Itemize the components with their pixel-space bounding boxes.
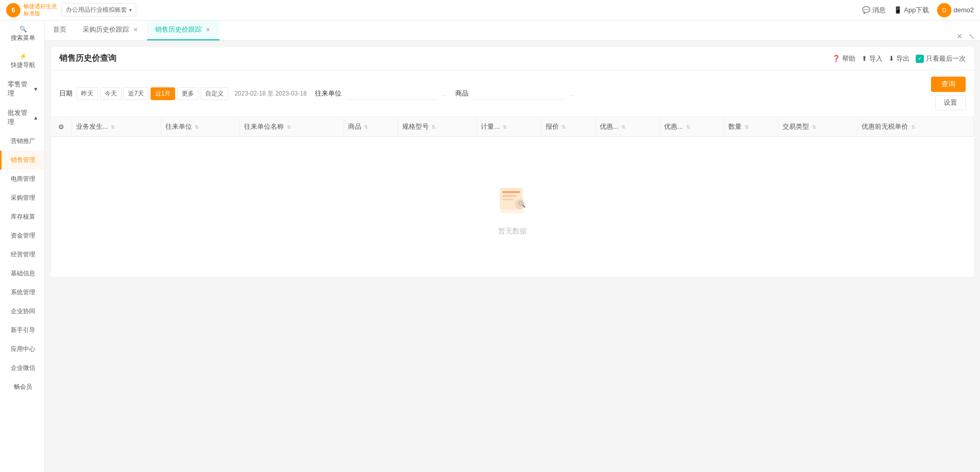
company-selector[interactable]: 办公用品行业模拟账套 ▾ [61,3,136,17]
sidebar-item-cooperation[interactable]: 企业协同 [0,302,44,321]
col-gear: ⚙ [51,117,71,137]
only-last-checkbox[interactable]: ✓ 只看最后一次 [916,54,966,63]
sidebar-item-finance[interactable]: 资金管理 [0,226,44,245]
partner-input[interactable] [346,87,437,100]
sidebar-item-inventory[interactable]: 库存核算 [0,207,44,226]
tab-purchase-history[interactable]: 采购历史价跟踪 ✕ [75,20,147,40]
maximize-window-btn[interactable]: ⤡ [968,32,976,40]
sidebar-item-marketing[interactable]: 营销推广 [0,132,44,151]
wechat-label: 企业微信 [11,364,35,372]
date-range-display: 2023-02-18 至 2023-03-18 [234,89,306,98]
tab-actions: ✕ ⤡ [955,32,980,40]
sidebar-item-retail[interactable]: 零售管理 ▼ [0,75,44,103]
date-btn-today[interactable]: 今天 [100,87,121,100]
date-btn-more[interactable]: 更多 [177,87,199,100]
sort-icon-pretax[interactable]: ⇅ [911,124,915,130]
tab-purchase-label: 采购历史价跟踪 [83,25,129,34]
sort-icon-product[interactable]: ⇅ [364,124,368,130]
sort-icon-trade[interactable]: ⇅ [812,124,816,130]
col-quote: 报价 ⇅ [541,117,595,137]
sidebar-item-system[interactable]: 系统管理 [0,283,44,302]
avatar: D [937,3,951,17]
sidebar-item-wechat[interactable]: 企业微信 [0,359,44,377]
tab-home-label: 首页 [53,25,66,34]
date-label: 日期 [59,89,72,98]
sidebar-item-wholesale[interactable]: 批发管理 ▲ [0,103,44,132]
import-btn[interactable]: ⬆ 导入 [862,54,883,63]
col-product: 商品 ⇅ [344,117,398,137]
user-action[interactable]: D demo2 [937,3,974,17]
top-header: 6 畅捷通好生意 标准版 办公用品行业模拟账套 ▾ 💬 消息 📱 App下载 D… [0,0,980,20]
tab-home[interactable]: 首页 [45,20,75,40]
content-area: 首页 采购历史价跟踪 ✕ 销售历史价跟踪 ✕ ✕ ⤡ 销售历史价查询 [45,20,980,472]
message-icon: 💬 [862,6,870,14]
export-btn[interactable]: ⬇ 导出 [889,54,910,63]
settings-button[interactable]: 设置 [935,95,966,110]
export-icon: ⬇ [889,55,894,62]
date-btn-1month[interactable]: 近1月 [151,87,176,100]
sidebar-item-sales[interactable]: 销售管理 [0,151,44,170]
help-label: 帮助 [842,54,855,63]
wholesale-label: 批发管理 [8,108,32,127]
sort-icon-partner-name[interactable]: ⇅ [287,124,291,130]
col-pretax-price: 优惠前无税单价 ⇅ [857,117,974,137]
cooperation-label: 企业协同 [11,307,35,316]
retail-label: 零售管理 [8,80,32,98]
sidebar-item-ecommerce[interactable]: 电商管理 [0,170,44,188]
sort-icon-discount2[interactable]: ⇅ [686,124,690,130]
help-btn[interactable]: ❓ 帮助 [832,54,855,63]
sort-icon-discount1[interactable]: ⇅ [621,124,625,130]
sidebar-item-operation[interactable]: 经营管理 [0,245,44,264]
empty-text: 暂无数据 [498,227,527,236]
close-window-btn[interactable]: ✕ [955,32,964,40]
sort-icon-quantity[interactable]: ⇅ [745,124,749,130]
tab-sales-close[interactable]: ✕ [205,26,211,34]
product-input[interactable] [473,87,565,100]
sort-icon-unit[interactable]: ⇅ [503,124,507,130]
sort-icon-biz[interactable]: ⇅ [111,124,115,130]
date-btn-custom[interactable]: 自定义 [201,87,228,100]
sidebar-item-basic[interactable]: 基础信息 [0,264,44,283]
app-download-action[interactable]: 📱 App下载 [894,6,929,15]
chevron-down-icon: ▼ [33,86,38,92]
product-label: 商品 [455,89,469,98]
import-label: 导入 [869,54,883,63]
sidebar-item-search[interactable]: 🔍 搜索菜单 [0,20,44,48]
logo-area: 6 畅捷通好生意 标准版 [6,3,57,17]
col-discount2-label: 优惠... [664,123,683,130]
sort-icon-partner[interactable]: ⇅ [194,124,199,130]
search-icon: 🔍 [19,26,27,33]
tab-sales-history[interactable]: 销售历史价跟踪 ✕ [147,20,219,40]
only-last-label: 只看最后一次 [926,54,966,63]
basic-label: 基础信息 [11,269,35,278]
gear-icon[interactable]: ⚙ [58,123,64,131]
purchase-label: 采购管理 [11,194,35,202]
guide-label: 新手引导 [11,326,35,335]
logo-text: 畅捷通好生意 标准版 [23,3,57,16]
svg-rect-2 [502,191,520,193]
ecommerce-label: 电商管理 [11,175,35,183]
message-action[interactable]: 💬 消息 [862,6,886,15]
sidebar-item-guide[interactable]: 新手引导 [0,321,44,340]
sort-icon-spec[interactable]: ⇅ [431,124,435,130]
tab-sales-label: 销售历史价跟踪 [155,25,202,34]
col-discount2: 优惠... ⇅ [660,117,724,137]
sidebar-item-member[interactable]: 畅会员 [0,377,44,396]
col-partner-code-label: 往来单位 [165,123,192,130]
query-button[interactable]: 查询 [931,77,966,92]
date-buttons: 昨天 今天 近7天 近1月 更多 自定义 [77,87,228,100]
checkbox-icon: ✓ [916,55,924,63]
tab-purchase-close[interactable]: ✕ [132,26,139,34]
title-actions: ❓ 帮助 ⬆ 导入 ⬇ 导出 ✓ 只看最后一次 [832,54,966,63]
col-unit-label: 计量... [481,123,500,130]
sidebar-item-purchase[interactable]: 采购管理 [0,188,44,207]
svg-rect-4 [502,199,513,200]
header-right: 💬 消息 📱 App下载 D demo2 [862,3,974,17]
sidebar-item-appstore[interactable]: 应用中心 [0,340,44,359]
date-btn-7days[interactable]: 近7天 [124,87,149,100]
sidebar-item-shortcut[interactable]: ⚡ 快捷导航 [0,48,44,75]
shortcut-icon: ⚡ [19,53,27,60]
message-label: 消息 [872,6,886,15]
sort-icon-quote[interactable]: ⇅ [561,124,566,130]
date-btn-yesterday[interactable]: 昨天 [77,87,98,100]
